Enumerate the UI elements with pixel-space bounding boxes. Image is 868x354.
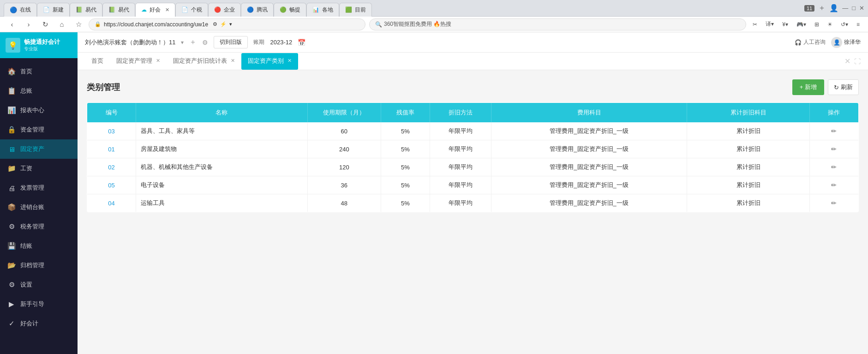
tab-label: 在线 (20, 6, 31, 14)
tab-asset-category-close-icon[interactable]: ✕ (287, 58, 292, 64)
refresh-button[interactable]: ↻ 刷新 (828, 79, 859, 95)
sidebar-label-good-trial: 好会计 (20, 319, 38, 328)
sidebar-item-newbie-guide[interactable]: ▶ 新手引导 (0, 294, 78, 314)
cell-period: 36 (307, 176, 381, 194)
sidebar-item-general-ledger[interactable]: 📋 总账 (0, 81, 78, 101)
top-bar-right: 🎧 人工咨询 👤 徐泽华 (795, 37, 861, 48)
sidebar-item-settings[interactable]: ⚙ 设置 (0, 275, 78, 294)
tab-yidai2[interactable]: 📗 易代 (102, 3, 135, 17)
user-info[interactable]: 👤 徐泽华 (831, 37, 861, 48)
maximize-icon[interactable]: □ (852, 5, 856, 12)
sidebar-item-fund-mgmt[interactable]: 🔒 资金管理 (0, 120, 78, 139)
tab-label: 目前 (355, 6, 366, 14)
browser-window-controls: 11 ＋ 👤 — □ ✕ (804, 3, 864, 13)
scissors-tool[interactable]: ✂ (750, 20, 760, 29)
sidebar-item-report-center[interactable]: 📊 报表中心 (0, 101, 78, 120)
edit-icon[interactable]: ✏ (831, 199, 837, 207)
close-tab-icon[interactable]: ✕ (844, 57, 850, 66)
switch-version-button[interactable]: 切到旧版 (214, 36, 248, 48)
expand-tab-icon[interactable]: ⛶ (854, 58, 861, 65)
home-button[interactable]: ⌂ (55, 18, 68, 31)
tab-icon: 📗 (76, 6, 83, 13)
tab-depreciation-label: 固定资产折旧统计表 (173, 57, 227, 65)
service-button[interactable]: 🎧 人工咨询 (795, 38, 826, 46)
tab-depreciation-report[interactable]: 固定资产折旧统计表 ✕ (167, 53, 241, 70)
cell-residual: 5% (381, 122, 430, 140)
coin-tool[interactable]: ¥▾ (779, 20, 791, 29)
tab-new[interactable]: 📄 新建 (37, 3, 70, 17)
table-row: 05 电子设备 36 5% 年限平均 管理费用_固定资产折旧_一级 累计折旧 ✏ (87, 176, 859, 194)
header-period: 使用期限（月） (307, 103, 381, 123)
sidebar-item-fixed-asset[interactable]: 🖥 固定资产 (0, 139, 78, 159)
add-company-icon[interactable]: ＋ (189, 37, 197, 47)
tab-home[interactable]: 首页 (85, 53, 110, 70)
headset-icon: 🎧 (795, 39, 802, 46)
cell-method: 年限平均 (430, 158, 491, 176)
cell-method: 年限平均 (430, 194, 491, 212)
cell-accumulated: 累计折旧 (687, 194, 809, 212)
game-tool[interactable]: 🎮▾ (794, 20, 809, 29)
tab-close-icon[interactable]: ✕ (165, 7, 169, 13)
sidebar-item-archive[interactable]: 📂 归档管理 (0, 256, 78, 275)
tab-online[interactable]: 🔵 在线 (4, 3, 37, 17)
tab-fixed-asset-mgmt[interactable]: 固定资产管理 ✕ (110, 53, 167, 70)
menu-tool[interactable]: ≡ (854, 20, 862, 29)
close-window-icon[interactable]: ✕ (859, 5, 864, 12)
cell-accumulated: 累计折旧 (687, 122, 809, 140)
add-button[interactable]: + 新增 (792, 79, 824, 95)
sidebar-item-home[interactable]: 🏠 首页 (0, 62, 78, 81)
edit-icon[interactable]: ✏ (831, 163, 837, 171)
lightning-icon: ⚡ (220, 21, 227, 27)
translate-tool[interactable]: 译▾ (763, 19, 777, 29)
tab-depreciation-close-icon[interactable]: ✕ (231, 58, 235, 64)
tab-gedi[interactable]: 📊 各地 (306, 3, 339, 17)
header-method: 折旧方法 (430, 103, 491, 123)
dropdown-arrow-icon[interactable]: ▾ (181, 39, 184, 46)
refresh-button[interactable]: ↻ (39, 18, 52, 31)
tab-geshui[interactable]: 📄 个税 (175, 3, 208, 17)
logo-text: 畅捷通好会计 (24, 38, 60, 46)
cell-expense: 管理费用_固定资产折旧_一级 (491, 158, 687, 176)
tab-fixed-asset-mgmt-close-icon[interactable]: ✕ (156, 58, 160, 64)
profile-icon[interactable]: 👤 (829, 4, 838, 12)
calendar-icon[interactable]: 📅 (298, 39, 305, 46)
main-content: 刘小艳演示账套（勿删勿动！）11 ▾ ＋ ⚙ 切到旧版 账期 2023-12 📅… (78, 32, 868, 354)
edit-icon[interactable]: ✏ (831, 127, 837, 135)
brightness-tool[interactable]: ☀ (825, 20, 835, 29)
site-settings-icon[interactable]: ⚙ (213, 21, 217, 27)
url-bar[interactable]: 🔒 https://cloud.chanjet.com/accounting/u… (89, 18, 365, 30)
sidebar-label-invoice: 发票管理 (20, 184, 44, 192)
sidebar-label-fixed-asset: 固定资产 (20, 145, 44, 153)
edit-icon[interactable]: ✏ (831, 181, 837, 189)
tax-icon: ⚙ (7, 222, 16, 231)
back-button[interactable]: ‹ (6, 18, 18, 31)
tab-qiye[interactable]: 🔴 企业 (208, 3, 241, 17)
cell-residual: 5% (381, 176, 430, 194)
cell-method: 年限平均 (430, 176, 491, 194)
settings-company-icon[interactable]: ⚙ (202, 39, 208, 46)
grid-tool[interactable]: ⊞ (812, 20, 822, 29)
tab-muqian[interactable]: 🟩 目前 (339, 3, 372, 17)
expand-url-icon[interactable]: ▾ (229, 21, 232, 27)
edit-icon[interactable]: ✏ (831, 145, 837, 153)
tab-changtui[interactable]: 🟢 畅提 (274, 3, 306, 17)
sidebar-item-purchase-sales[interactable]: 📦 进销台账 (0, 198, 78, 217)
bookmark-button[interactable]: ☆ (72, 18, 85, 31)
sidebar-item-good-trial[interactable]: ✓ 好会计 (0, 314, 78, 333)
sidebar-item-checkout[interactable]: 💾 结账 (0, 236, 78, 256)
new-tab-icon[interactable]: ＋ (818, 3, 826, 13)
forward-button[interactable]: › (22, 18, 35, 31)
sidebar-item-tax-mgmt[interactable]: ⚙ 税务管理 (0, 217, 78, 236)
tab-asset-category[interactable]: 固定资产类别 ✕ (241, 53, 298, 70)
history-tool[interactable]: ↺▾ (838, 20, 851, 29)
tab-icon: 📗 (108, 6, 115, 13)
refresh-label: 刷新 (841, 83, 853, 91)
minimize-icon[interactable]: — (842, 5, 848, 12)
sidebar-label-tax-mgmt: 税务管理 (20, 222, 44, 231)
sidebar-item-salary[interactable]: 📁 工资 (0, 159, 78, 178)
search-bar[interactable]: 🔍 360智能抠图免费用 🔥热搜 (369, 18, 746, 30)
tab-haohui[interactable]: ☁ 好会 ✕ (135, 3, 175, 17)
tab-yidai1[interactable]: 📗 易代 (70, 3, 102, 17)
sidebar-item-invoice[interactable]: 🖨 发票管理 (0, 178, 78, 198)
tab-tencent[interactable]: 🔵 腾讯 (241, 3, 274, 17)
